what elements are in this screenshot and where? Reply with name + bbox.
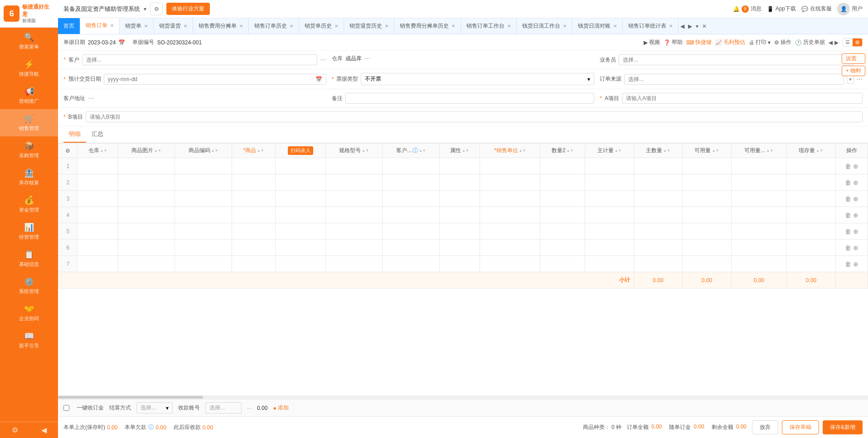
delete-row-5[interactable]: 🗑 (845, 228, 851, 235)
discard-button[interactable]: 放弃 (752, 420, 778, 434)
tab-sales-order-close[interactable]: ✕ (110, 23, 114, 28)
row-customer-code-1[interactable] (383, 158, 440, 174)
sidebar-item-marketing[interactable]: 📢 营销推广 (0, 82, 58, 109)
tab-order-workbench[interactable]: 销售订单工作台 ✕ (461, 18, 517, 34)
save-new-button[interactable]: 保存&新增 (823, 420, 863, 434)
tab-reconcile-close[interactable]: ✕ (613, 24, 617, 29)
invoice-type-select[interactable]: 不开票 ▾ (361, 73, 594, 85)
tabbar-close-all[interactable]: ✕ (700, 23, 708, 29)
available2-sort-icon[interactable]: ▲▼ (766, 149, 773, 153)
tab-stats-close[interactable]: ✕ (669, 24, 673, 29)
product-sort-icon[interactable]: ▲▼ (257, 149, 264, 153)
bank-account-select[interactable]: 选择... (205, 402, 242, 414)
qty2-sort-icon[interactable]: ▲▼ (567, 149, 574, 153)
copy-row-1[interactable]: ⊕ (853, 163, 858, 170)
tab-sales-fee-close[interactable]: ✕ (239, 24, 243, 29)
history-action[interactable]: 🕐 历史单据 (795, 39, 825, 46)
sidebar-item-quicknav[interactable]: ⚡ 快捷导航 (0, 55, 58, 82)
detail-tab-summary[interactable]: 汇总 (86, 126, 109, 143)
list-view-btn[interactable]: ☰ (843, 39, 853, 46)
delivery-calendar-icon[interactable]: 📅 (315, 76, 322, 82)
detail-tab-detail[interactable]: 明细 (63, 126, 86, 143)
delete-row-3[interactable]: 🗑 (845, 195, 851, 202)
tab-sales-return[interactable]: 销货退货 ✕ (154, 18, 193, 34)
remark-input[interactable] (345, 93, 595, 104)
th-scan[interactable]: 扫码录入 (276, 144, 326, 158)
warehouse-sort-icon[interactable]: ▲▼ (100, 149, 107, 153)
tab-order-workbench-close[interactable]: ✕ (507, 24, 511, 29)
save-draft-button[interactable]: 保存草稿 (782, 420, 819, 434)
sidebar-item-system[interactable]: ⚙️ 系统管理 (0, 272, 58, 299)
print-action[interactable]: 🖨 打印 ▾ (749, 39, 771, 46)
calendar-icon[interactable]: 📅 (118, 39, 125, 46)
delete-row-4[interactable]: 🗑 (845, 212, 851, 219)
system-dropdown-icon[interactable]: ▾ (144, 6, 146, 12)
customer-address-more-icon[interactable]: ··· (88, 94, 94, 102)
customer-more-icon[interactable]: ··· (320, 56, 326, 64)
scrollbar-thumb[interactable] (58, 396, 203, 399)
sidebar-item-operation[interactable]: 📊 经营管理 (0, 218, 58, 245)
one-click-order-checkbox[interactable] (63, 405, 69, 411)
tab-sales-order-history-close[interactable]: ✕ (290, 24, 293, 29)
tab-stats[interactable]: 销售订单统计表 ✕ (623, 18, 679, 34)
operation-action[interactable]: ⚙ 操作 (774, 39, 791, 46)
view-action[interactable]: ▶ 视频 (644, 39, 660, 46)
settings-button[interactable]: ⚙ (150, 3, 163, 15)
sidebar-item-baseinfo[interactable]: 📋 基础信息 (0, 245, 58, 272)
tab-reconcile[interactable]: 钱货日清对账 ✕ (572, 18, 623, 34)
delete-row-7[interactable]: 🗑 (845, 260, 851, 268)
tab-sales-order-history[interactable]: 销售订单历史 ✕ (249, 18, 299, 34)
order-source-input[interactable] (624, 74, 844, 85)
sidebar-item-enterprise[interactable]: 🤝 企业协同 (0, 299, 58, 327)
tab-fee-history-close[interactable]: ✕ (451, 24, 455, 29)
table-scrollbar[interactable] (58, 395, 868, 399)
notification-bell[interactable]: 🔔 9 消息 (733, 5, 761, 13)
page-prev-icon[interactable]: ◀ (829, 39, 833, 46)
row-main-measure-1[interactable] (585, 158, 634, 174)
sidebar-item-inventory[interactable]: 🏦 库存核算 (0, 164, 58, 191)
warehouse-more-icon[interactable]: ··· (364, 54, 370, 63)
row-attr-1[interactable] (440, 158, 480, 174)
tab-cash-workbench[interactable]: 钱货日清工作台 ✕ (517, 18, 572, 34)
copy-row-7[interactable]: ⊕ (853, 260, 858, 268)
sidebar-item-guide[interactable]: 📖 新手引导 (0, 327, 58, 354)
tab-return-history[interactable]: 销货退货历史 ✕ (344, 18, 394, 34)
copy-row-5[interactable]: ⊕ (853, 228, 858, 235)
main-qty-sort-icon[interactable]: ▲▼ (663, 149, 670, 153)
tab-sales-order[interactable]: 销售订单 ✕ (80, 18, 120, 34)
tab-fee-history[interactable]: 销售费用分摊单历史 ✕ (394, 18, 461, 34)
delivery-date-input[interactable] (108, 76, 314, 82)
settings-btn[interactable]: 设置 (842, 53, 865, 64)
row-code-1[interactable] (175, 158, 232, 174)
tab-sales-bill-close[interactable]: ✕ (144, 24, 148, 29)
payment-method-select[interactable]: 选择... ▾ (136, 402, 173, 414)
sidebar-item-sales[interactable]: 🛒 销售管理 (0, 109, 58, 136)
tab-sales-bill-history-close[interactable]: ✕ (335, 24, 338, 29)
customer-code-sort-icon[interactable]: ▲▼ (419, 149, 426, 153)
sidebar-item-purchase[interactable]: 📦 采购管理 (0, 136, 58, 164)
row-warehouse-1[interactable] (78, 158, 118, 174)
delete-row-1[interactable]: 🗑 (845, 163, 851, 170)
help-action[interactable]: ❓ 帮助 (664, 39, 683, 46)
tab-cash-workbench-close[interactable]: ✕ (563, 24, 567, 29)
row-main-qty-1[interactable] (634, 158, 682, 174)
sidebar-settings-icon[interactable]: ⚙ (12, 426, 18, 434)
online-support[interactable]: 💬 在线客服 (801, 5, 832, 13)
single-date-value[interactable]: 2023-03-24 (88, 39, 116, 46)
copy-row-6[interactable]: ⊕ (853, 244, 858, 251)
tabbar-more[interactable]: ▾ (694, 23, 700, 29)
stock-sort-icon[interactable]: ▲▼ (816, 149, 823, 153)
row-spec-1[interactable] (325, 158, 383, 174)
scan-button[interactable]: 扫码录入 (288, 146, 313, 155)
solution-button[interactable]: 体验行业方案 (166, 3, 210, 15)
card-view-btn[interactable]: ⊞ (853, 39, 862, 46)
tab-sales-fee[interactable]: 销售费用分摊单 ✕ (193, 18, 249, 34)
customer-input[interactable] (82, 54, 318, 65)
tab-sales-bill-history[interactable]: 销货单历史 ✕ (299, 18, 344, 34)
unit-sort-icon[interactable]: ▲▼ (519, 149, 526, 153)
sidebar-item-finance[interactable]: 💰 资金管理 (0, 191, 58, 218)
tab-sales-bill[interactable]: 销货单 ✕ (120, 18, 154, 34)
print-dropdown-icon[interactable]: ▾ (768, 39, 771, 46)
copy-row-3[interactable]: ⊕ (853, 195, 858, 202)
shortcut-action[interactable]: ⌨ 快捷键 (686, 39, 712, 46)
